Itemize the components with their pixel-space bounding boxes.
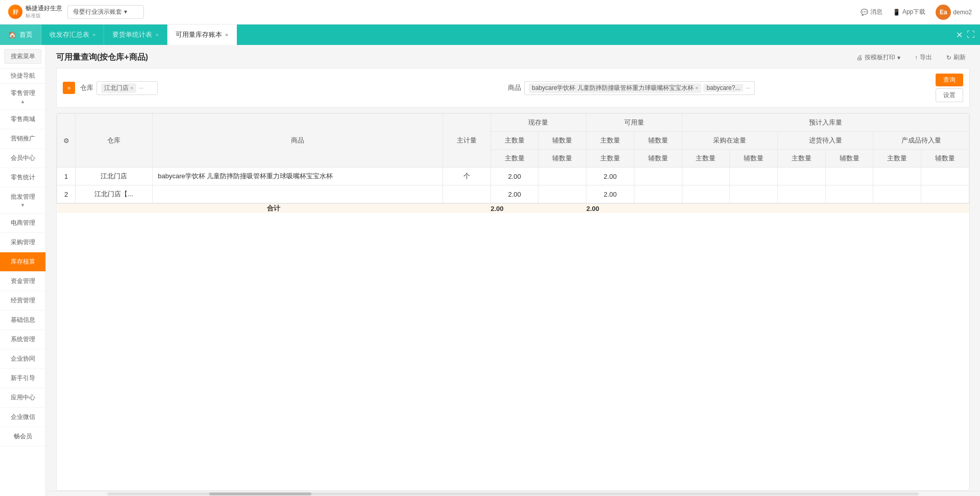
sidebar-item-retail-mgmt[interactable]: 零售管理 ▲ — [0, 84, 45, 110]
tab-order-stats[interactable]: 要货单统计表 × — [104, 25, 167, 45]
settings-btn[interactable]: 设置 — [936, 88, 963, 102]
cell-unit-1: 个 — [443, 168, 491, 185]
cell-fin-main-1 — [873, 168, 921, 185]
user-area[interactable]: Ea demo2 — [936, 5, 972, 20]
tab-home[interactable]: 🏠 首页 — [0, 25, 41, 45]
sidebar-item-retail-stats[interactable]: 零售统计 — [0, 168, 45, 187]
tab-income-expense[interactable]: 收发存汇总表 × — [41, 25, 104, 45]
warehouse-input[interactable]: 江北门店 × ··· — [96, 81, 158, 95]
table-header-available-aux: 辅数量 — [634, 132, 682, 150]
cell-fin-main-2 — [873, 185, 921, 204]
product-more-btn[interactable]: ··· — [745, 84, 750, 91]
cell-inc-main-1 — [778, 168, 826, 185]
chevron-down-icon: ▼ — [20, 202, 26, 208]
sidebar-item-enterprise-collab[interactable]: 企业协同 — [0, 349, 45, 369]
tab-order-stats-close[interactable]: × — [155, 32, 158, 38]
product-tag-1-close[interactable]: × — [695, 85, 698, 91]
product-input[interactable]: babycare学饮杯 儿童防摔防撞吸管杯重力球吸嘴杯宝宝水杯 × babyca… — [524, 81, 755, 95]
sidebar-item-marketing-label: 营销推广 — [11, 134, 35, 143]
tab-available-stock-close[interactable]: × — [225, 32, 228, 38]
query-btn[interactable]: 查询 — [936, 74, 963, 86]
cell-avail-main-2: 2.00 — [586, 185, 634, 204]
cell-warehouse-1: 江北门店 — [76, 168, 153, 185]
sidebar-item-marketing[interactable]: 营销推广 — [0, 129, 45, 149]
close-all-icon[interactable]: ✕ — [956, 30, 963, 40]
message-btn[interactable]: 💬 消息 — [861, 8, 883, 16]
sidebar-item-basic-info[interactable]: 基础信息 — [0, 311, 45, 330]
tab-bar-actions: ✕ ⛶ — [956, 25, 980, 45]
cell-avail-aux-2 — [634, 185, 682, 204]
user-name: demo2 — [953, 9, 972, 16]
industry-selector[interactable]: 母婴行业演示账套 ▾ — [67, 5, 144, 19]
sidebar-item-ecommerce[interactable]: 电商管理 — [0, 214, 45, 233]
product-label: 商品 — [508, 83, 521, 92]
logo-text: 畅捷通好生意 — [26, 5, 62, 12]
table-gear-header[interactable]: ⚙ — [57, 114, 76, 168]
sidebar-item-wholesale-mgmt[interactable]: 批发管理 ▼ — [0, 187, 45, 214]
sidebar-item-new-guide[interactable]: 新手引导 — [0, 369, 45, 388]
cell-stock-aux-1 — [538, 168, 586, 185]
sidebar-item-operations-mgmt[interactable]: 经营管理 — [0, 291, 45, 311]
summary-stock-aux — [538, 203, 586, 213]
refresh-btn[interactable]: ↻ 刷新 — [942, 51, 970, 64]
tab-available-stock[interactable]: 可用量库存账本 × — [167, 25, 237, 45]
sidebar-item-changhui[interactable]: 畅会员 — [0, 427, 45, 446]
table-header-pt-aux: 辅数量 — [730, 150, 778, 168]
logo-text-group: 畅捷通好生意 标准版 — [26, 5, 62, 19]
cell-pt-main-2 — [682, 185, 730, 204]
export-icon: ↑ — [915, 54, 918, 61]
top-bar-right: 💬 消息 📱 App下载 Ea demo2 — [861, 5, 972, 20]
bottom-scrollbar[interactable] — [46, 491, 980, 496]
filter-toggle-btn[interactable]: » — [63, 82, 75, 94]
warehouse-tag-close[interactable]: × — [130, 85, 133, 91]
warehouse-label: 仓库 — [80, 83, 93, 92]
top-bar: 好 畅捷通好生意 标准版 母婴行业演示账套 ▾ 💬 消息 📱 App下载 Ea … — [0, 0, 980, 25]
app-download-btn[interactable]: 📱 App下载 — [893, 8, 925, 16]
scroll-thumb — [209, 492, 311, 495]
double-arrow-icon: » — [67, 84, 71, 91]
warehouse-more-btn[interactable]: ··· — [138, 84, 143, 91]
sidebar-item-new-guide-label: 新手引导 — [11, 374, 35, 383]
page-title: 可用量查询(按仓库+商品) — [56, 52, 148, 63]
sidebar-item-app-center-label: 应用中心 — [11, 393, 35, 402]
sidebar: 搜索菜单 快捷导航 零售管理 ▲ 零售商城 营销推广 会员中心 零售统计 批发管… — [0, 45, 46, 496]
tab-income-expense-label: 收发存汇总表 — [50, 30, 89, 39]
sidebar-item-purchase-mgmt[interactable]: 采购管理 — [0, 233, 45, 252]
cell-index-2: 2 — [57, 185, 76, 204]
table-header-warehouse: 仓库 — [76, 114, 153, 168]
sidebar-item-retail-store[interactable]: 零售商城 — [0, 110, 45, 129]
sidebar-item-app-center[interactable]: 应用中心 — [0, 388, 45, 408]
sidebar-item-operations-mgmt-label: 经营管理 — [11, 296, 35, 305]
cell-stock-main-2: 2.00 — [491, 185, 538, 204]
sidebar-item-inventory-check[interactable]: 库存核算 — [0, 252, 45, 272]
export-btn[interactable]: ↑ 导出 — [911, 51, 936, 64]
cell-inc-main-2 — [778, 185, 826, 204]
table-header-pt-main: 主数量 — [682, 150, 730, 168]
avatar: Ea — [936, 5, 951, 20]
app-icon: 📱 — [893, 9, 900, 16]
filter-buttons: 查询 设置 — [936, 74, 963, 102]
product-tag-2: babycare?... — [703, 84, 743, 92]
sidebar-search: 搜索菜单 — [0, 45, 45, 68]
tab-income-expense-close[interactable]: × — [92, 32, 95, 38]
home-icon: 🏠 — [8, 31, 16, 39]
expand-icon[interactable]: ⛶ — [967, 30, 975, 39]
table-header-finished: 产成品待入量 — [873, 132, 969, 150]
tab-order-stats-label: 要货单统计表 — [112, 30, 152, 39]
search-menu-btn[interactable]: 搜索菜单 — [4, 49, 41, 64]
summary-pt-main — [682, 203, 730, 213]
page-header: 可用量查询(按仓库+商品) 🖨 按模板打印 ▾ ↑ 导出 ↻ 刷新 — [46, 45, 980, 68]
sidebar-item-member-center[interactable]: 会员中心 — [0, 149, 45, 168]
product-tag-2-text: babycare?... — [706, 84, 740, 91]
table-header-fin-aux: 辅数量 — [921, 150, 969, 168]
table-container: ⚙ 仓库 商品 主计量 现存量 可用量 预计入库量 主数量 辅数量 主数量 辅数… — [56, 113, 970, 491]
template-print-btn[interactable]: 🖨 按模板打印 ▾ — [852, 51, 904, 64]
sidebar-item-changhui-label: 畅会员 — [14, 432, 32, 441]
summary-stock-main: 2.00 — [491, 203, 538, 213]
table-header-fin-main: 主数量 — [873, 150, 921, 168]
sidebar-item-enterprise-wechat[interactable]: 企业微信 — [0, 408, 45, 427]
sidebar-item-finance-mgmt[interactable]: 资金管理 — [0, 272, 45, 291]
sidebar-quick-nav[interactable]: 快捷导航 — [0, 68, 45, 84]
warehouse-tag: 江北门店 × — [101, 83, 136, 93]
sidebar-item-system-mgmt[interactable]: 系统管理 — [0, 330, 45, 349]
